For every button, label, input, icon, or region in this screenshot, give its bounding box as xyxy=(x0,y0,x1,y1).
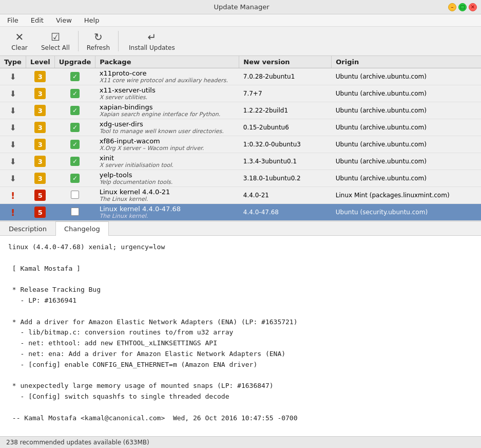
package-name: yelp-tools xyxy=(100,171,235,179)
checkbox-checked[interactable]: ✓ xyxy=(70,157,80,166)
checkbox-checked[interactable]: ✓ xyxy=(70,72,80,81)
menu-file[interactable]: File xyxy=(4,15,22,25)
checkbox-unchecked[interactable] xyxy=(71,191,79,199)
type-cell: ⬇ xyxy=(0,119,26,136)
upgrade-cell[interactable]: ✓ xyxy=(54,170,95,187)
menu-help[interactable]: Help xyxy=(81,15,103,25)
level-badge: 5 xyxy=(34,207,46,218)
download-icon: ⬇ xyxy=(10,106,16,116)
table-row[interactable]: ⬇3✓x11-xserver-utilsX server utilities.7… xyxy=(0,85,481,102)
level-cell: 3 xyxy=(26,170,54,187)
level-cell: 5 xyxy=(26,187,54,204)
origin-cell: Ubuntu (security.ubuntu.com) xyxy=(332,204,481,221)
type-cell: ⬇ xyxy=(0,85,26,102)
upgrade-cell[interactable]: ✓ xyxy=(54,68,95,85)
col-type: Type xyxy=(0,56,26,68)
version-cell: 7.7+7 xyxy=(239,85,332,102)
title-bar: Update Manager – □ ✕ xyxy=(0,0,481,14)
checkbox-checked[interactable]: ✓ xyxy=(70,123,80,132)
origin-cell: Ubuntu (archive.ubuntu.com) xyxy=(332,170,481,187)
upgrade-cell[interactable]: ✓ xyxy=(54,85,95,102)
col-level: Level xyxy=(26,56,54,68)
table-header-row: Type Level Upgrade Package New version O… xyxy=(0,56,481,68)
minimize-button[interactable]: – xyxy=(448,3,456,11)
package-name: x11proto-core xyxy=(100,69,235,77)
close-button[interactable]: ✕ xyxy=(469,3,477,11)
refresh-button[interactable]: ↻ Refresh xyxy=(81,29,116,53)
package-cell: xapian-bindingsXapian search engine inte… xyxy=(95,102,239,119)
select-all-button[interactable]: ☑ Select All xyxy=(35,29,76,53)
table-row[interactable]: ⬇3✓x11proto-coreX11 core wire protocol a… xyxy=(0,68,481,85)
clear-label: Clear xyxy=(11,44,27,51)
status-text: 238 recommended updates available (633MB… xyxy=(6,439,149,446)
toolbar-separator xyxy=(78,31,79,51)
tab-description[interactable]: Description xyxy=(0,221,55,236)
package-table-container: Type Level Upgrade Package New version O… xyxy=(0,56,481,221)
package-name: xapian-bindings xyxy=(100,103,235,111)
level-cell: 3 xyxy=(26,68,54,85)
upgrade-cell[interactable]: ✓ xyxy=(54,153,95,170)
toolbar-separator-2 xyxy=(118,31,119,51)
package-cell: xf86-input-wacomX.Org X server – Wacom i… xyxy=(95,136,239,153)
checkbox-unchecked[interactable] xyxy=(71,208,79,216)
table-row[interactable]: ⬇3✓xinitX server initialisation tool.1.3… xyxy=(0,153,481,170)
type-cell: ! xyxy=(0,187,26,204)
checkbox-checked[interactable]: ✓ xyxy=(70,106,80,115)
origin-cell: Ubuntu (archive.ubuntu.com) xyxy=(332,85,481,102)
checkbox-checked[interactable]: ✓ xyxy=(70,89,80,98)
package-description: X server initialisation tool. xyxy=(100,162,235,169)
col-version: New version xyxy=(239,56,332,68)
checkbox-checked[interactable]: ✓ xyxy=(70,174,80,183)
download-icon: ⬇ xyxy=(10,72,16,82)
tab-changelog[interactable]: Changelog xyxy=(55,221,109,236)
table-row[interactable]: ⬇3✓xapian-bindingsXapian search engine i… xyxy=(0,102,481,119)
security-icon: ! xyxy=(11,207,15,218)
upgrade-cell[interactable]: ✓ xyxy=(54,136,95,153)
checkbox-checked[interactable]: ✓ xyxy=(70,140,80,149)
package-name: xf86-input-wacom xyxy=(100,137,235,145)
package-description: X server utilities. xyxy=(100,94,235,101)
package-name: xinit xyxy=(100,154,235,162)
menu-view[interactable]: View xyxy=(53,15,75,25)
type-cell: ⬇ xyxy=(0,153,26,170)
package-cell: xinitX server initialisation tool. xyxy=(95,153,239,170)
type-cell: ⬇ xyxy=(0,102,26,119)
level-badge: 3 xyxy=(34,105,46,116)
upgrade-cell[interactable] xyxy=(54,204,95,221)
col-upgrade: Upgrade xyxy=(54,56,95,68)
level-cell: 3 xyxy=(26,153,54,170)
package-description: Xapian search engine interface for Pytho… xyxy=(100,111,235,118)
table-row[interactable]: ⬇3✓yelp-toolsYelp documentation tools.3.… xyxy=(0,170,481,187)
install-updates-button[interactable]: ↵ Install Updates xyxy=(121,29,183,53)
version-cell: 1.3.4-3ubuntu0.1 xyxy=(239,153,332,170)
origin-cell: Ubuntu (archive.ubuntu.com) xyxy=(332,136,481,153)
level-badge: 3 xyxy=(34,139,46,150)
upgrade-cell[interactable] xyxy=(54,187,95,204)
level-cell: 5 xyxy=(26,204,54,221)
download-icon: ⬇ xyxy=(10,140,16,150)
level-cell: 3 xyxy=(26,102,54,119)
version-cell: 7.0.28-2ubuntu1 xyxy=(239,68,332,85)
table-row[interactable]: !5Linux kernel 4.4.0-47.68The Linux kern… xyxy=(0,204,481,221)
maximize-button[interactable]: □ xyxy=(458,3,467,11)
level-cell: 3 xyxy=(26,85,54,102)
menu-edit[interactable]: Edit xyxy=(28,15,47,25)
table-row[interactable]: ⬇3✓xdg-user-dirsTool to manage well know… xyxy=(0,119,481,136)
clear-button[interactable]: ✕ Clear xyxy=(4,29,35,53)
version-cell: 3.18.0-1ubuntu0.2 xyxy=(239,170,332,187)
type-cell: ⬇ xyxy=(0,68,26,85)
download-icon: ⬇ xyxy=(10,123,16,133)
refresh-label: Refresh xyxy=(87,44,110,51)
level-badge: 3 xyxy=(34,122,46,133)
origin-cell: Ubuntu (archive.ubuntu.com) xyxy=(332,68,481,85)
level-badge: 5 xyxy=(34,190,46,201)
select-all-icon: ☑ xyxy=(51,31,60,43)
package-description: Yelp documentation tools. xyxy=(100,179,235,185)
upgrade-cell[interactable]: ✓ xyxy=(54,119,95,136)
type-cell: ⬇ xyxy=(0,136,26,153)
table-row[interactable]: !5Linux kernel 4.4.0-21The Linux kernel.… xyxy=(0,187,481,204)
table-row[interactable]: ⬇3✓xf86-input-wacomX.Org X server – Waco… xyxy=(0,136,481,153)
origin-cell: Ubuntu (archive.ubuntu.com) xyxy=(332,102,481,119)
upgrade-cell[interactable]: ✓ xyxy=(54,102,95,119)
install-icon: ↵ xyxy=(147,31,156,43)
